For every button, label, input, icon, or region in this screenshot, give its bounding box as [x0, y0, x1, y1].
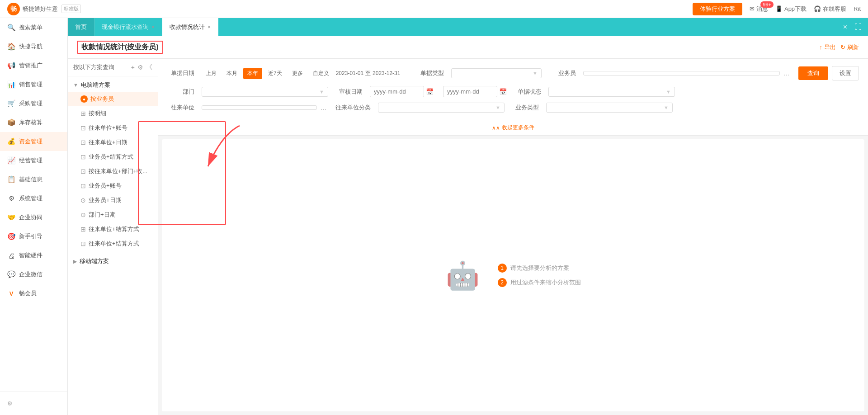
hint-text-2: 用过滤条件来缩小分析范围: [510, 278, 581, 287]
scheme-item-partner-payment2[interactable]: ⊡ 往来单位+结算方式: [68, 236, 158, 251]
export-btn[interactable]: ↑ 导出: [820, 43, 836, 52]
date-tabs: 上月 本月 本年 近7天 更多 自定义: [202, 68, 333, 79]
scheme-group-desktop-header[interactable]: ▼ 电脑端方案: [68, 78, 158, 92]
review-date-from[interactable]: [370, 86, 424, 97]
tab-bank-flow[interactable]: 现金银行流水查询 ×: [94, 18, 162, 36]
empty-state: 🤖 1 请先选择要分析的方案 2 用过滤条件来缩小分析范围: [446, 259, 581, 292]
scheme-item-by-detail-icon: ⊞: [80, 110, 86, 117]
sidebar-item-basic-info[interactable]: 📋 基础信息: [0, 170, 67, 189]
trial-btn[interactable]: 体验行业方案: [693, 3, 742, 15]
scheme-item-dept-date-label: 部门+日期: [89, 211, 116, 219]
refresh-btn[interactable]: ↻ 刷新: [840, 43, 859, 52]
doc-status-select[interactable]: ▼: [548, 87, 675, 97]
scheme-header: 按以下方案查询 + ⚙ 《: [68, 59, 158, 76]
tab-bar: 首页 现金银行流水查询 × 收款情况统计 × × ⛶: [68, 18, 868, 36]
sidebar-label-purchase: 采购管理: [19, 99, 42, 108]
sidebar: 🔍 搜索菜单 🏠 快捷导航 📢 营销推广 📊 销售管理 🛒 采购管理 📦 库存核…: [0, 18, 68, 415]
salesman-more-btn[interactable]: ...: [782, 69, 791, 77]
scheme-group-mobile-expand-icon: ▶: [73, 259, 77, 264]
scheme-item-salesman-payment-icon: ⊡: [80, 153, 86, 160]
scheme-add-btn[interactable]: +: [131, 64, 135, 71]
review-date-sep: —: [435, 88, 441, 95]
sidebar-item-hardware[interactable]: 🖨 智能硬件: [0, 246, 67, 265]
date-tab-last-7[interactable]: 近7天: [264, 68, 286, 79]
doc-status-chevron: ▼: [666, 89, 671, 94]
tab-collection-close[interactable]: ×: [208, 24, 211, 30]
scheme-item-salesman-account[interactable]: ⊡ 业务员+账号: [68, 179, 158, 193]
salesman-select[interactable]: [583, 71, 780, 75]
date-tab-prev-month[interactable]: 上月: [202, 68, 221, 79]
sidebar-settings-btn[interactable]: ⚙: [0, 396, 67, 411]
message-btn[interactable]: ✉ 消息 99+: [750, 5, 768, 13]
date-filter-control: 上月 本月 本年 近7天 更多 自定义 2023-01-01 至 2023-12…: [202, 68, 410, 79]
sidebar-item-system[interactable]: ⚙ 系统管理: [0, 189, 67, 208]
scheme-header-label: 按以下方案查询: [73, 63, 114, 71]
refresh-label: 刷新: [847, 43, 859, 52]
brand: 畅 畅捷通好生意: [7, 3, 58, 15]
scheme-item-partner-date[interactable]: ⊡ 往来单位+日期: [68, 135, 158, 150]
scheme-item-salesman-date[interactable]: ⊙ 业务员+日期: [68, 193, 158, 208]
biz-type-select[interactable]: ▼: [546, 103, 673, 113]
partner-more-btn[interactable]: ...: [319, 104, 328, 112]
collapse-bar[interactable]: ∧∧ 收起更多条件: [158, 120, 868, 136]
settings-btn[interactable]: 设置: [832, 66, 859, 80]
review-date-to[interactable]: [443, 86, 497, 97]
query-btn[interactable]: 查询: [798, 66, 828, 80]
sidebar-item-purchase[interactable]: 🛒 采购管理: [0, 94, 67, 113]
sidebar-item-finance[interactable]: 💰 资金管理: [0, 132, 67, 151]
sidebar-item-member[interactable]: V 畅会员: [0, 284, 67, 303]
sidebar-item-inventory[interactable]: 📦 库存核算: [0, 113, 67, 132]
date-tab-this-month[interactable]: 本月: [222, 68, 241, 79]
date-from-value: 2023-01-01: [336, 70, 363, 76]
review-date-to-cal-icon[interactable]: 📅: [499, 88, 507, 95]
scheme-collapse-btn[interactable]: 《: [146, 63, 152, 71]
online-service-icon: 🎧: [814, 5, 821, 12]
sidebar-item-wechat[interactable]: 💬 企业微信: [0, 265, 67, 284]
tab-bank-flow-close[interactable]: ×: [151, 24, 155, 30]
scheme-item-by-salesman[interactable]: ● 按业务员: [68, 92, 158, 106]
online-service-btn[interactable]: 🎧 在线客服: [814, 5, 846, 13]
hint-text-1: 请先选择要分析的方案: [510, 264, 569, 272]
dept-select[interactable]: ▼: [202, 87, 328, 97]
scheme-group-desktop: ▼ 电脑端方案 ● 按业务员 ⊞ 按明细 ⊡ 往来单位+账号: [68, 76, 158, 253]
app-download-btn[interactable]: 📱 App下载: [775, 5, 807, 13]
sidebar-item-sales[interactable]: 📊 销售管理: [0, 75, 67, 94]
scheme-item-salesman-account-label: 业务员+账号: [89, 182, 122, 190]
scheme-item-by-detail[interactable]: ⊞ 按明细: [68, 106, 158, 121]
sidebar-item-enterprise[interactable]: 🤝 企业协同: [0, 208, 67, 227]
tab-home[interactable]: 首页: [68, 18, 94, 36]
tab-expand-btn[interactable]: ⛶: [853, 21, 863, 33]
basic-info-icon: 📋: [7, 175, 15, 184]
scheme-settings-btn[interactable]: ⚙: [137, 64, 143, 71]
scheme-item-partner-account[interactable]: ⊡ 往来单位+账号: [68, 121, 158, 135]
partner-type-label: 往来单位分类: [335, 104, 371, 112]
review-date-from-cal-icon[interactable]: 📅: [426, 88, 434, 95]
date-tab-custom[interactable]: 自定义: [309, 68, 333, 79]
sidebar-item-operation[interactable]: 📈 经营管理: [0, 151, 67, 170]
dept-chevron: ▼: [319, 89, 324, 94]
scheme-item-partner-payment1[interactable]: ⊞ 往来单位+结算方式: [68, 222, 158, 236]
scheme-item-salesman-payment[interactable]: ⊡ 业务员+结算方式: [68, 150, 158, 164]
sidebar-label-member: 畅会员: [19, 289, 37, 297]
sidebar-item-search[interactable]: 🔍 搜索菜单: [0, 18, 67, 37]
date-tab-this-year[interactable]: 本年: [243, 68, 262, 79]
tab-collection[interactable]: 收款情况统计 ×: [162, 18, 218, 36]
scheme-panel: 按以下方案查询 + ⚙ 《 ▼ 电脑端方案 ●: [68, 59, 158, 415]
refresh-icon: ↻: [840, 44, 845, 51]
page-actions: ↑ 导出 ↻ 刷新: [820, 43, 859, 52]
doc-type-select[interactable]: ▼: [451, 68, 542, 78]
sidebar-item-guide[interactable]: 🎯 新手引导: [0, 227, 67, 246]
scheme-item-dept-date[interactable]: ⊙ 部门+日期: [68, 208, 158, 222]
sidebar-label-search: 搜索菜单: [19, 24, 42, 32]
scheme-item-partner-dept[interactable]: ⊡ 按往来单位+部门+收...: [68, 164, 158, 179]
scheme-item-partner-payment2-label: 往来单位+结算方式: [89, 240, 139, 248]
tab-close-all-btn[interactable]: ×: [841, 21, 849, 33]
partner-type-select[interactable]: ▼: [378, 103, 505, 113]
partner-select[interactable]: [202, 105, 317, 110]
scheme-group-mobile-header[interactable]: ▶ 移动端方案: [68, 255, 158, 268]
sidebar-item-quick-nav[interactable]: 🏠 快捷导航: [0, 37, 67, 56]
tab-collection-label: 收款情况统计: [170, 23, 205, 31]
sidebar-item-marketing[interactable]: 📢 营销推广: [0, 56, 67, 75]
date-tab-more[interactable]: 更多: [288, 68, 307, 79]
brand-logo: 畅: [7, 3, 20, 15]
